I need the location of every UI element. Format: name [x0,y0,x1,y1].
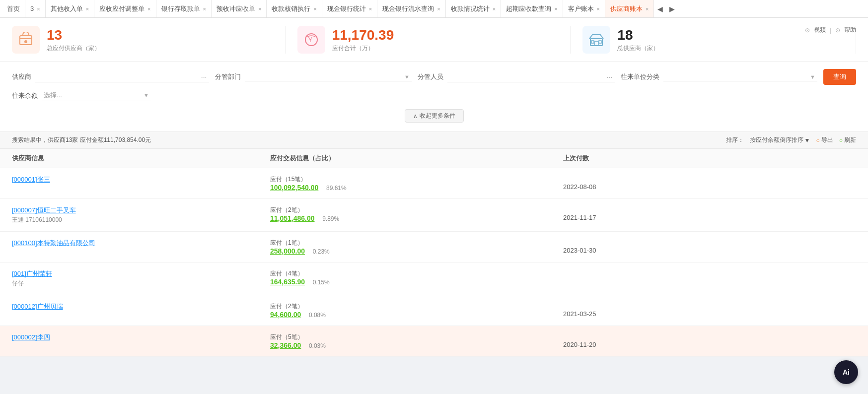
nav-tab-bank-deposit[interactable]: 银行存取款单 × [156,0,212,18]
person-picker-icon[interactable]: ··· [607,73,613,81]
supplier-cell: [000012]广州贝瑞 [12,302,270,311]
nav-tab-ar-ap-adjust-close[interactable]: × [147,6,150,12]
nav-tab-other-income-close[interactable]: × [86,6,89,12]
nav-tab-prepay-offset-close[interactable]: × [258,6,261,12]
collapse-icon: ∧ [413,113,418,120]
nav-tab-cash-bank-stat[interactable]: 现金银行统计 × [322,0,377,18]
nav-tab-other-income-label: 其他收入单 [51,4,83,13]
table-row[interactable]: [000002]李四 应付（5笔） 32,366.00 0.03% 2020-1… [0,326,868,357]
payable-amount-link[interactable]: 258,000.00 [270,247,305,255]
nav-tab-customer-ledger-close[interactable]: × [597,6,600,12]
sort-select[interactable]: 按应付余额倒序排序 ▼ [750,136,810,144]
supplier-name-link[interactable]: [001]广州荣轩 [12,270,52,277]
total-payable-amount: 11,170.39 [332,27,394,44]
refresh-icon: ○ [839,137,843,144]
supplier-icon [12,26,40,54]
svg-rect-4 [590,39,602,46]
nav-tab-receipt-stat[interactable]: 收款情况统计 × [446,0,501,18]
payable-label: 应付（5笔） [270,333,303,340]
filter-person: 分管人员 ··· [418,72,615,82]
nav-tab-receipt-stat-close[interactable]: × [493,6,496,12]
payable-cell: 应付（1笔） 258,000.00 0.23% [270,239,563,255]
nav-tab-ar-ap-adjust[interactable]: 应收应付调整单 × [94,0,156,18]
payable-cell: 应付（2笔） 11,051,486.00 9.89% [270,206,563,222]
balance-label: 往来余额 [12,91,38,100]
nav-tab-3[interactable]: 3 × [25,0,46,18]
supplier-name-link[interactable]: [000100]本特勤油品有限公司 [12,239,95,247]
nav-tab-3-label: 3 [30,5,34,12]
table-row[interactable]: [000100]本特勤油品有限公司 应付（1笔） 258,000.00 0.23… [0,232,868,263]
payable-amount-link[interactable]: 11,051,486.00 [270,214,315,222]
nav-tab-cash-bank-stat-close[interactable]: × [369,6,372,12]
nav-tab-overdue-ar-close[interactable]: × [554,6,557,12]
export-icon: ○ [816,137,820,144]
supplier-input[interactable] [37,73,201,80]
supplier-name-link[interactable]: [000001]张三 [12,176,50,183]
supplier-cell: [000002]李四 [12,333,270,342]
dept-select-wrap[interactable]: ▼ [245,73,412,81]
nav-tab-receipt-exec[interactable]: 收款核销执行 × [267,0,322,18]
table-row[interactable]: [000001]张三 应付（15笔） 100,092,540.00 89.61%… [0,168,868,199]
supplier-name-link[interactable]: [000002]李四 [12,333,50,341]
nav-next-arrow[interactable]: ▶ [666,0,678,18]
nav-tab-3-close[interactable]: × [37,6,40,12]
total-suppliers: 18 [617,27,659,44]
help-link[interactable]: 帮助 [844,26,856,34]
video-link[interactable]: 视频 [814,26,826,34]
nav-tab-receipt-stat-label: 收款情况统计 [451,4,490,13]
supplier-name-link[interactable]: [000012]广州贝瑞 [12,303,63,310]
supplier-picker-icon[interactable]: ··· [201,73,207,81]
nav-tab-home[interactable]: 首页 [2,0,25,18]
circle-icon-help: ⊙ [835,27,840,34]
nav-tab-receipt-exec-label: 收款核销执行 [272,4,310,13]
balance-select-value: 选择... [44,91,144,100]
result-actions: 排序： 按应付余额倒序排序 ▼ ○ 导出 ○ 刷新 [726,136,856,144]
last-payment-cell: 2021-11-17 [563,206,856,221]
nav-tab-receipt-exec-close[interactable]: × [313,6,316,12]
payable-label: 应付（15笔） [270,176,306,183]
nav-tab-bank-deposit-label: 银行存取款单 [161,4,200,13]
filter-category: 往来单位分类 ▼ [621,72,818,81]
category-dropdown-icon: ▼ [810,74,815,80]
payable-amount-link[interactable]: 94,600.00 [270,311,301,319]
nav-tab-prepay-offset[interactable]: 预收冲应收单 × [212,0,267,18]
payable-amount-link[interactable]: 164,635.90 [270,278,305,286]
nav-tab-prepay-offset-label: 预收冲应收单 [217,4,255,13]
supplier-input-wrap: ··· [35,72,209,82]
category-select-wrap[interactable]: ▼ [663,73,818,81]
table-row[interactable]: [001]广州荣轩 仔仔 应付（4笔） 164,635.90 0.15% [0,263,868,295]
query-button[interactable]: 查询 [823,69,856,85]
summary-item-amount: ¥ 11,170.39 应付合计（万） [286,26,571,54]
filter-balance: 往来余额 选择... ▼ [12,90,151,101]
export-button[interactable]: ○ 导出 [816,136,833,144]
payable-amount-link[interactable]: 32,366.00 [270,341,301,349]
collapse-button[interactable]: ∧ 收起更多条件 [405,109,464,123]
person-input[interactable] [449,73,607,80]
total-payable-amount-label: 应付合计（万） [332,44,394,53]
supplier-cell: [000100]本特勤油品有限公司 [12,239,270,248]
payable-amount-link[interactable]: 100,092,540.00 [270,184,318,192]
payable-percent: 0.15% [313,279,330,286]
nav-tab-cash-flow-query[interactable]: 现金银行流水查询 × [377,0,445,18]
nav-tab-home-label: 首页 [7,4,20,13]
last-payment-cell: 2022-08-08 [563,175,856,191]
nav-tab-other-income[interactable]: 其他收入单 × [46,0,94,18]
circle-icon-video: ⊙ [805,27,810,34]
supplier-label: 供应商 [12,72,31,81]
supplier-name-link[interactable]: [000007]恒旺二手叉车 [12,206,76,214]
sort-label: 排序： [726,136,744,144]
nav-tab-bank-deposit-close[interactable]: × [203,6,206,12]
balance-select-wrap[interactable]: 选择... ▼ [42,90,151,101]
nav-tab-cash-flow-query-close[interactable]: × [437,6,440,12]
table-row[interactable]: [000007]恒旺二手叉车 王通 17106110000 应付（2笔） 11,… [0,199,868,232]
result-bar: 搜索结果中，供应商13家 应付金额111,703,854.00元 排序： 按应付… [0,132,868,149]
nav-tab-supplier-ledger[interactable]: 供应商账本 × [605,0,654,18]
supplier-cell: [000007]恒旺二手叉车 王通 17106110000 [12,206,270,224]
table-row[interactable]: [000012]广州贝瑞 应付（2笔） 94,600.00 0.08% 2021… [0,295,868,326]
nav-tab-overdue-ar[interactable]: 超期应收款查询 × [501,0,563,18]
category-label: 往来单位分类 [621,72,659,81]
nav-tab-supplier-ledger-close[interactable]: × [646,6,649,12]
nav-prev-arrow[interactable]: ◀ [654,0,666,18]
refresh-button[interactable]: ○ 刷新 [839,136,856,144]
nav-tab-customer-ledger[interactable]: 客户账本 × [563,0,605,18]
